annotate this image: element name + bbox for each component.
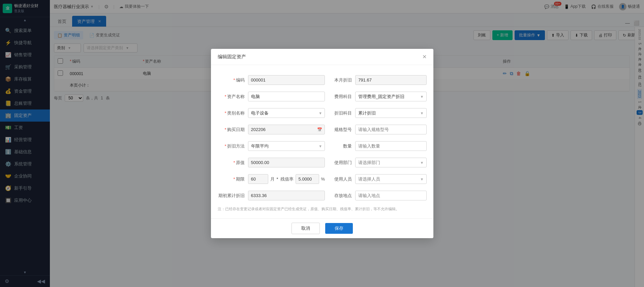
category-select-wrap: ▼ xyxy=(248,108,325,118)
form-row-purchase-date: *购买日期 📅 xyxy=(218,121,325,138)
form-row-expense-account: 费用科目 ▼ xyxy=(325,88,426,105)
purchase-date-input[interactable] xyxy=(248,125,325,134)
save-button[interactable]: 保存 xyxy=(325,223,353,234)
dep-account-wrap: ▼ xyxy=(355,108,426,118)
form-row-monthly-dep: 本月折旧 xyxy=(325,72,426,88)
person-select[interactable] xyxy=(355,174,426,184)
form-row-location: 存放地点 xyxy=(325,187,426,204)
form-row-category: *类别名称 ▼ xyxy=(218,105,325,121)
dept-select[interactable] xyxy=(355,158,426,167)
form-row-code: *编码 xyxy=(218,72,325,88)
quantity-input[interactable] xyxy=(355,141,426,151)
location-input[interactable] xyxy=(355,191,426,200)
dep-method-select[interactable] xyxy=(248,141,325,151)
form-row-dep-account: 折旧科目 ▼ xyxy=(325,105,426,121)
monthly-dep-input[interactable] xyxy=(355,75,426,85)
calendar-icon[interactable]: 📅 xyxy=(317,127,322,132)
form-note: 注：已经存在变更记录或者对应固定资产已经生成凭证，原值、购买日期、残值率、累计折… xyxy=(218,204,427,212)
modal-header: 编辑固定资产 ✕ xyxy=(211,49,433,65)
form-row-initial-dep: 期初累计折旧 xyxy=(218,187,325,204)
modal-close-icon[interactable]: ✕ xyxy=(422,54,427,60)
initial-dep-input[interactable] xyxy=(248,191,325,200)
asset-name-input[interactable] xyxy=(248,92,325,101)
form-right-column: 本月折旧 费用科目 ▼ 折旧科目 xyxy=(325,72,426,204)
form-row-quantity: 数量 xyxy=(325,138,426,154)
category-select[interactable] xyxy=(248,108,325,118)
cancel-button[interactable]: 取消 xyxy=(292,223,320,234)
period-inline: 月 * 残值率 % xyxy=(248,174,325,184)
modal-body: *编码 *资产名称 *类别名称 ▼ xyxy=(211,65,433,218)
residual-rate-input[interactable] xyxy=(296,174,319,184)
expense-account-input[interactable] xyxy=(355,92,426,101)
edit-asset-modal: 编辑固定资产 ✕ *编码 *资产名称 xyxy=(211,49,433,238)
form-row-asset-name: *资产名称 xyxy=(218,88,325,105)
period-input[interactable] xyxy=(248,174,268,184)
modal-title: 编辑固定资产 xyxy=(218,54,246,60)
form-left-column: *编码 *资产名称 *类别名称 ▼ xyxy=(218,72,325,204)
form-row-dept: 使用部门 ▼ xyxy=(325,154,426,171)
code-input[interactable] xyxy=(248,75,325,85)
spec-input[interactable] xyxy=(355,125,426,134)
form-row-person: 使用人员 ▼ xyxy=(325,171,426,187)
original-value-input[interactable] xyxy=(248,158,325,167)
form-row-period: *期限 月 * 残值率 % xyxy=(218,171,325,187)
form-grid: *编码 *资产名称 *类别名称 ▼ xyxy=(218,72,427,212)
modal-footer: 取消 保存 xyxy=(211,218,433,238)
form-row-dep-method: *折旧方法 ▼ xyxy=(218,138,325,154)
purchase-date-wrap: 📅 xyxy=(248,125,325,134)
dep-method-select-wrap: ▼ xyxy=(248,141,325,151)
person-select-wrap: ▼ xyxy=(355,174,426,184)
dep-account-input[interactable] xyxy=(355,108,426,118)
modal-overlay: 编辑固定资产 ✕ *编码 *资产名称 xyxy=(0,0,644,287)
form-row-original-value: *原值 xyxy=(218,154,325,171)
dept-select-wrap: ▼ xyxy=(355,158,426,167)
expense-account-wrap: ▼ xyxy=(355,92,426,101)
form-row-spec: 规格型号 xyxy=(325,121,426,138)
